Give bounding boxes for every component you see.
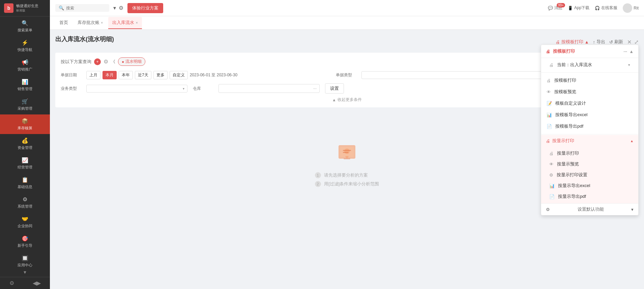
online-service-btn[interactable]: 🎧 在线客服	[595, 5, 617, 11]
filter-tag-water[interactable]: ● 流水明细	[118, 57, 145, 66]
display-preview-icon: 👁	[549, 162, 554, 167]
dropdown-item-display-print[interactable]: 🖨 按显示打印	[541, 148, 638, 159]
item-pdf-icon: 📄	[547, 124, 552, 129]
dropdown-item-template-print[interactable]: 🖨 按模板打印	[541, 75, 638, 86]
refresh-button[interactable]: ↺ 刷新	[609, 39, 623, 45]
date-btn-this-month[interactable]: 本月	[103, 71, 117, 79]
industry-btn[interactable]: 体验行业方案	[127, 3, 163, 13]
tab-batch-close[interactable]: ×	[101, 21, 103, 25]
warehouse-dropdown[interactable]: ···	[218, 84, 320, 93]
filter-tag-icon: ●	[122, 59, 124, 64]
current-template-item[interactable]: 🖨 当前：出入库流水 ▾	[541, 59, 638, 70]
dropdown-header-icons: ··· ▲	[623, 49, 634, 54]
sidebar-item-guide[interactable]: 🎯 新手引导	[0, 232, 50, 252]
date-filter: 上月 本月 本年 近7天 更多 自定义 2023-06-01 至 2023-06…	[86, 71, 330, 79]
settings-gear-icon[interactable]: ⚙	[119, 5, 123, 11]
template-print-button[interactable]: 🖨 按模板打印 ▲	[556, 39, 589, 45]
display-section-header[interactable]: 🖨 按显示打印 ▲	[541, 135, 638, 147]
date-btn-custom[interactable]: 自定义	[170, 71, 188, 79]
current-badge: ▾	[628, 63, 630, 67]
dropdown-title: 按模板打印	[553, 48, 575, 54]
sidebar-item-operations[interactable]: 📈 经营管理	[0, 154, 50, 173]
expand-window-btn[interactable]: ⤢	[634, 39, 639, 45]
biz-type-field: ▾	[86, 85, 187, 93]
date-btn-this-year[interactable]: 本年	[119, 71, 133, 79]
purchase-icon: 🛒	[22, 98, 28, 105]
filter-tag-label: 流水明细	[125, 59, 142, 64]
sidebar-item-shortcut[interactable]: ⚡ 快捷导航	[0, 36, 50, 56]
item-custom-icon: 📝	[547, 101, 552, 106]
dropdown-item-template-excel[interactable]: 📊 按模板导出excel	[541, 109, 638, 121]
sidebar-item-search[interactable]: 🔍 搜索菜单	[0, 17, 50, 36]
sidebar-item-collab[interactable]: 🤝 企业协同	[0, 212, 50, 232]
export-button[interactable]: ↑ 导出	[593, 39, 606, 45]
dropdown-item-display-preview[interactable]: 👁 按显示预览	[541, 159, 638, 169]
add-filter-btn[interactable]: +	[94, 58, 101, 65]
logo-icon: b	[4, 3, 13, 13]
template-print-dropdown: 🖨 按模板打印 ··· ▲ 🖨 当前：出入库流水 ▾ 🖨	[541, 45, 639, 215]
dropdown-item-template-preview[interactable]: 👁 按模板预览	[541, 86, 638, 98]
system-icon: ⚙	[23, 196, 27, 203]
app-version: 标准版	[16, 8, 38, 13]
sidebar-item-purchase[interactable]: 🛒 采购管理	[0, 95, 50, 114]
dropdown-footer[interactable]: ⚙ 设置默认功能 ▾	[541, 203, 638, 215]
biz-type-dropdown[interactable]: ▾	[86, 85, 187, 93]
sidebar-item-label: 企业协同	[18, 224, 32, 229]
collab-icon: 🤝	[22, 216, 28, 222]
sidebar-bottom: ⚙ ◀▶	[0, 277, 50, 289]
user-avatar-btn[interactable]: Rit	[623, 3, 639, 13]
date-btn-more[interactable]: 更多	[153, 71, 168, 79]
user-name: Rit	[634, 6, 639, 10]
tab-batch[interactable]: 库存批次账 ×	[74, 17, 107, 29]
date-btn-7days[interactable]: 近7天	[135, 71, 151, 79]
sidebar-item-inventory[interactable]: 📦 库存核算	[0, 114, 50, 134]
display-section-label: 🖨 按显示打印	[546, 138, 574, 144]
settings-button[interactable]: 设置	[325, 83, 344, 94]
dropdown-item-template-pdf[interactable]: 📄 按模板导出pdf	[541, 121, 638, 132]
chevron-down-icon2: ▾	[183, 87, 184, 90]
dropdown-item-display-settings[interactable]: ⚙ 按显示打印设置	[541, 169, 638, 180]
collapse-icon[interactable]: ◀▶	[33, 280, 41, 286]
sidebar-item-label: 系统管理	[18, 204, 32, 209]
tab-flow-close[interactable]: ×	[136, 21, 138, 25]
topbar-search-box[interactable]: 🔍	[55, 4, 109, 12]
sidebar-item-sales[interactable]: 📊 销售管理	[0, 75, 50, 95]
sidebar-item-marketing[interactable]: 📢 营销推广	[0, 56, 50, 75]
date-range-text: 2023-06-01 至 2023-06-30	[190, 72, 237, 78]
finance-icon: 💰	[22, 137, 28, 144]
sidebar-item-basic[interactable]: 📋 基础信息	[0, 173, 50, 193]
more-options-icon[interactable]: ···	[623, 49, 627, 54]
collapse-label: 收起更多条件	[338, 97, 362, 103]
dropdown-icon[interactable]: ▾	[113, 5, 116, 11]
tab-home[interactable]: 首页	[55, 17, 72, 29]
sidebar-item-system[interactable]: ⚙ 系统管理	[0, 193, 50, 212]
collapse-arrow-icon[interactable]: 《	[111, 59, 115, 65]
tab-flow[interactable]: 出入库流水 ×	[108, 17, 142, 29]
settings-icon[interactable]: ⚙	[9, 280, 14, 286]
app-download-btn[interactable]: 📱 App下载	[568, 5, 589, 11]
headset-icon: 🎧	[595, 6, 600, 10]
print-icon: 🖨	[556, 40, 560, 45]
dropdown-item-template-custom[interactable]: 📝 模板自定义设计	[541, 98, 638, 109]
date-btn-last-month[interactable]: 上月	[86, 71, 100, 79]
item-excel-icon: 📊	[547, 112, 552, 117]
window-controls: ✕ ⤢	[627, 39, 639, 45]
shortcut-icon: ⚡	[22, 40, 28, 46]
topbar: 🔍 ▾ ⚙ 体验行业方案 💬 消息 99+ 📱 App下载 🎧 在线客服	[50, 0, 644, 16]
dropdown-item-display-pdf[interactable]: 📄 按显示导出pdf	[541, 191, 638, 202]
search-icon: 🔍	[22, 20, 28, 26]
search-input[interactable]	[66, 6, 100, 10]
sidebar-item-apps[interactable]: 🔲 应用中心	[0, 252, 50, 268]
message-btn[interactable]: 💬 消息 99+	[548, 5, 562, 11]
empty-illustration	[333, 138, 360, 165]
sidebar-item-label: 资金管理	[18, 145, 32, 150]
dropdown-item-display-excel[interactable]: 📊 按显示导出excel	[541, 180, 638, 191]
divider1	[541, 72, 638, 73]
filter-settings-icon[interactable]: ⚙	[104, 58, 108, 65]
sidebar-item-finance[interactable]: 💰 资金管理	[0, 134, 50, 154]
close-window-btn[interactable]: ✕	[627, 39, 632, 45]
chevron-up-icon: ▲	[585, 40, 589, 45]
svg-point-2	[344, 149, 350, 154]
sidebar-scroll-down[interactable]: ▼	[0, 268, 50, 277]
chevron-up-icon3[interactable]: ▲	[629, 49, 634, 54]
